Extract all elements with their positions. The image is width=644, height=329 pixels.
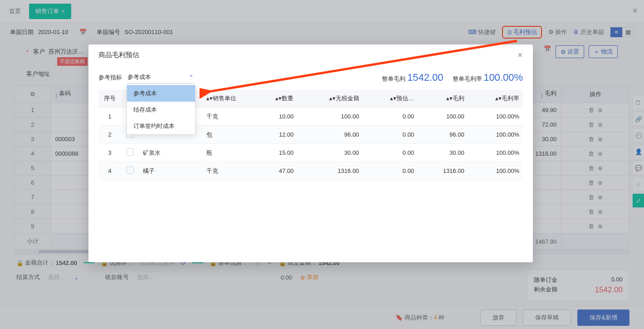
total-rate-label: 整单毛利率 (453, 75, 482, 82)
th-profit[interactable]: ▴▾毛利 (418, 90, 468, 108)
row-checkbox[interactable] (127, 167, 134, 174)
th-rate[interactable]: ▴▾毛利率 (468, 90, 523, 108)
profit-estimate-modal: 商品毛利预估 ✕ 参考指标 参考成本 ⌃ 参考成本 结存成本 订单签约时成本 整… (88, 44, 533, 262)
total-profit-label: 整单毛利 (382, 75, 405, 82)
option-reference-cost[interactable]: 参考成本 (127, 85, 195, 102)
th-unit[interactable]: ▴▾销售单位 (203, 90, 253, 108)
profit-row: 3矿泉水瓶15.0030.000.0030.00100.00% (98, 144, 523, 162)
reference-label: 参考指标 (98, 74, 122, 82)
th-seq[interactable]: 序号 (98, 90, 121, 108)
profit-row: 4橘子千克47.001316.000.001316.00100.00% (98, 162, 523, 180)
reference-value: 参考成本 (127, 73, 151, 81)
modal-title: 商品毛利预估 (98, 51, 139, 59)
total-profit-value: 1542.00 (407, 72, 444, 83)
modal-close-icon[interactable]: ✕ (517, 51, 523, 59)
th-qty[interactable]: ▴▾数量 (253, 90, 297, 108)
option-balance-cost[interactable]: 结存成本 (127, 102, 195, 118)
option-contract-cost[interactable]: 订单签约时成本 (127, 118, 195, 134)
reference-dropdown: 参考成本 结存成本 订单签约时成本 (127, 85, 195, 135)
total-rate-value: 100.00% (483, 72, 523, 83)
chevron-up-icon: ⌃ (189, 74, 194, 81)
reference-select[interactable]: 参考成本 ⌃ 参考成本 结存成本 订单签约时成本 (127, 71, 195, 83)
th-est[interactable]: ▴▾预估… (363, 90, 418, 108)
th-notax[interactable]: ▴▾无税金额 (297, 90, 362, 108)
row-checkbox[interactable] (127, 148, 134, 156)
